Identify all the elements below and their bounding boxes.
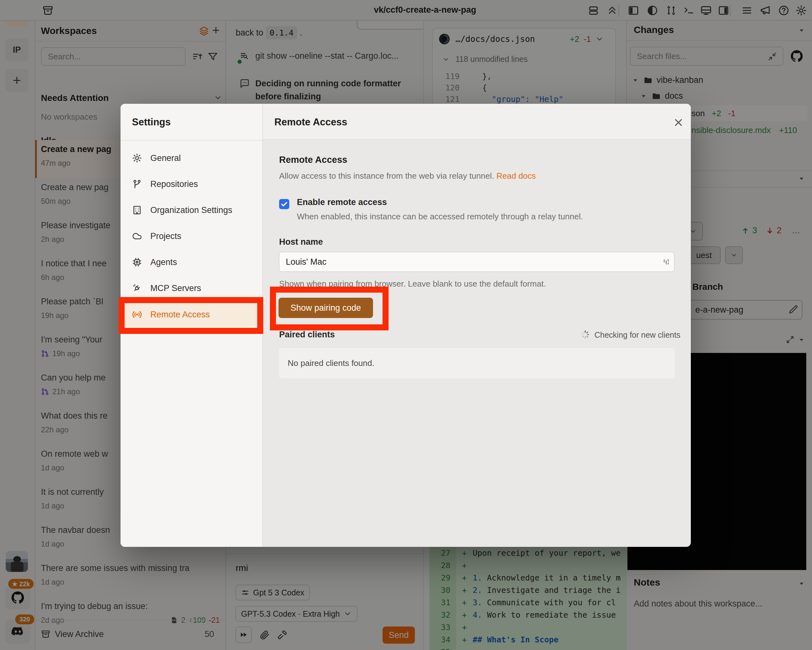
settings-nav-projects[interactable]: Projects <box>123 223 260 249</box>
panel-title: Remote Access <box>274 116 347 128</box>
settings-nav-agents[interactable]: Agents <box>123 249 260 275</box>
settings-nav-general[interactable]: General <box>123 145 260 171</box>
paired-clients-title: Paired clients <box>279 330 335 340</box>
checking-clients-status: Checking for new clients <box>594 330 680 340</box>
settings-nav-repositories[interactable]: Repositories <box>123 171 260 197</box>
read-docs-link[interactable]: Read docs <box>496 171 536 180</box>
hostname-label: Host name <box>279 237 323 247</box>
app-window: vk/ccf0-create-a-new-pag <box>0 0 812 650</box>
settings-title: Settings <box>132 116 171 128</box>
hostname-field-icon <box>662 257 671 267</box>
section-title: Remote Access <box>279 154 347 165</box>
enable-remote-access-checkbox[interactable] <box>279 199 289 209</box>
checkbox-description: When enabled, this instance can be acces… <box>297 212 583 222</box>
close-icon[interactable] <box>673 117 684 128</box>
checkbox-label: Enable remote access <box>297 197 387 207</box>
spinner-icon <box>580 330 590 339</box>
settings-nav-organization-settings[interactable]: Organization Settings <box>123 197 260 223</box>
no-paired-clients-box: No paired clients found. <box>279 348 675 378</box>
settings-panel-header: Remote Access <box>263 104 691 140</box>
section-description: Allow access to this instance from the w… <box>279 171 536 181</box>
annotation-box-show-pairing-code <box>270 287 389 330</box>
hostname-input[interactable]: Louis' Mac <box>279 252 675 272</box>
annotation-box-remote-access <box>119 297 263 334</box>
